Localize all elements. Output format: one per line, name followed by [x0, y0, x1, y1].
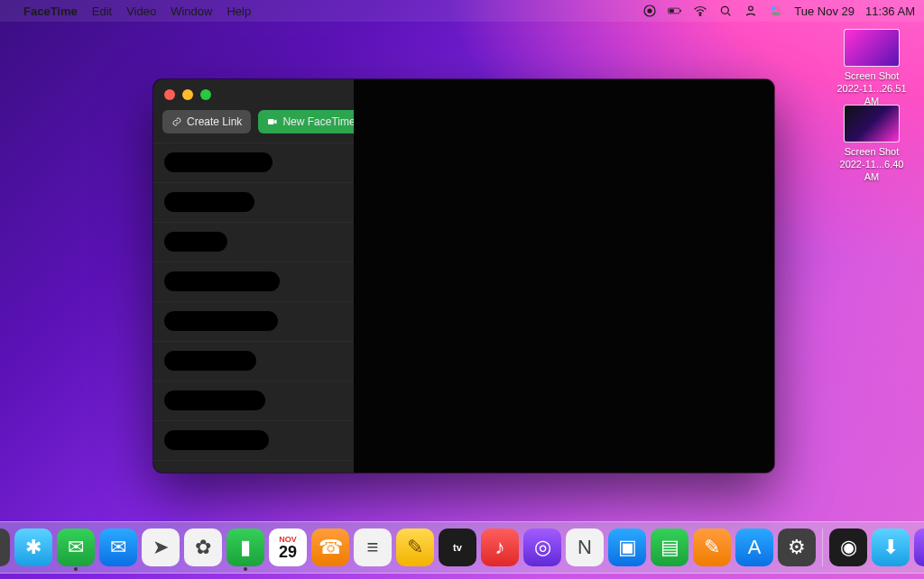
call-list-row[interactable] — [153, 262, 354, 302]
dock-steam[interactable]: ◉ — [829, 528, 867, 566]
window-zoom-button[interactable] — [200, 89, 211, 100]
call-list-row[interactable] — [153, 342, 354, 381]
redacted-caller — [164, 232, 227, 252]
dock-screenshot[interactable]: ▭ — [914, 528, 924, 566]
window-traffic-lights — [153, 79, 354, 110]
call-list-row[interactable] — [153, 223, 354, 262]
recent-calls-list[interactable] — [153, 142, 354, 473]
dock-contacts[interactable]: ☎ — [311, 528, 349, 566]
call-list-row[interactable] — [153, 421, 354, 461]
svg-point-7 — [749, 6, 753, 11]
screenshot-thumb-icon — [844, 105, 900, 142]
menu-edit[interactable]: Edit — [92, 5, 112, 18]
redacted-caller — [164, 351, 256, 371]
svg-point-1 — [648, 9, 651, 13]
dock-appstore[interactable]: A — [735, 528, 773, 566]
svg-point-9 — [777, 6, 781, 11]
redacted-caller — [164, 192, 254, 212]
dock-facetime[interactable]: ▮ — [226, 528, 264, 566]
desktop-file-2[interactable]: Screen Shot2022-11...6.40 AM — [832, 105, 911, 183]
dock-safari[interactable]: ✱ — [14, 528, 52, 566]
svg-point-6 — [722, 6, 729, 14]
dock-mail[interactable]: ✉ — [99, 528, 137, 566]
wifi-icon[interactable] — [693, 4, 707, 18]
link-icon — [171, 116, 182, 127]
screen-record-icon[interactable] — [642, 4, 657, 18]
dock-pages[interactable]: ✎ — [693, 528, 731, 566]
menu-window[interactable]: Window — [171, 5, 212, 18]
svg-point-8 — [772, 6, 776, 11]
menubar-time[interactable]: 11:36 AM — [865, 5, 915, 18]
svg-rect-11 — [268, 119, 274, 124]
svg-point-5 — [700, 14, 702, 16]
dock-news[interactable]: N — [566, 528, 604, 566]
menu-bar: FaceTime Edit Video Window Help Tue Nov … — [0, 0, 924, 22]
control-center-icon[interactable] — [769, 4, 783, 18]
window-minimize-button[interactable] — [182, 89, 193, 100]
dock-maps[interactable]: ➤ — [142, 528, 180, 566]
new-facetime-button[interactable]: New FaceTime — [258, 110, 364, 133]
dock-photos[interactable]: ✿ — [184, 528, 222, 566]
call-list-row[interactable] — [153, 381, 354, 421]
create-link-button[interactable]: Create Link — [162, 110, 251, 133]
dock-notes[interactable]: ✎ — [396, 528, 434, 566]
dock-podcasts[interactable]: ◎ — [523, 528, 561, 566]
desktop-file-1[interactable]: Screen Shot2022-11...26.51 AM — [832, 29, 911, 107]
redacted-caller — [164, 271, 280, 291]
spotlight-icon[interactable] — [718, 4, 733, 18]
redacted-caller — [164, 391, 265, 410]
dock-tv[interactable]: tv — [439, 528, 476, 566]
facetime-window: Create Link New FaceTime — [153, 79, 774, 473]
dock-numbers[interactable]: ▤ — [651, 528, 688, 566]
call-list-row[interactable] — [153, 143, 354, 183]
dock: ☺⊞✱✉✉➤✿▮NOV29☎≡✎tv♪◎N▣▤✎A⚙◉⬇▭🗑 — [0, 521, 924, 574]
redacted-caller — [164, 430, 269, 450]
dock-messages[interactable]: ✉ — [57, 528, 95, 566]
call-list-row[interactable] — [153, 302, 354, 342]
svg-rect-4 — [680, 10, 681, 12]
screenshot-thumb-icon — [844, 29, 900, 67]
dock-reminders[interactable]: ≡ — [354, 528, 392, 566]
video-icon — [267, 116, 278, 127]
facetime-sidebar: Create Link New FaceTime — [153, 79, 354, 473]
svg-rect-3 — [670, 9, 674, 12]
dock-keynote[interactable]: ▣ — [608, 528, 646, 566]
redacted-caller — [164, 311, 278, 331]
dock-music[interactable]: ♪ — [481, 528, 519, 566]
user-switch-icon[interactable] — [744, 4, 758, 18]
dock-calendar[interactable]: NOV29 — [269, 528, 307, 566]
menubar-app-name[interactable]: FaceTime — [23, 5, 78, 18]
battery-icon[interactable] — [668, 4, 682, 18]
dock-launchpad[interactable]: ⊞ — [0, 528, 10, 566]
dock-separator — [822, 528, 823, 566]
redacted-caller — [164, 152, 273, 172]
menubar-date[interactable]: Tue Nov 29 — [794, 5, 855, 18]
dock-downloads[interactable]: ⬇ — [872, 528, 910, 566]
menu-video[interactable]: Video — [126, 5, 156, 18]
facetime-video-area — [354, 79, 774, 473]
menu-help[interactable]: Help — [226, 5, 251, 18]
svg-rect-10 — [772, 12, 781, 15]
call-list-row[interactable] — [153, 183, 354, 223]
dock-settings[interactable]: ⚙ — [778, 528, 816, 566]
window-close-button[interactable] — [164, 89, 175, 100]
